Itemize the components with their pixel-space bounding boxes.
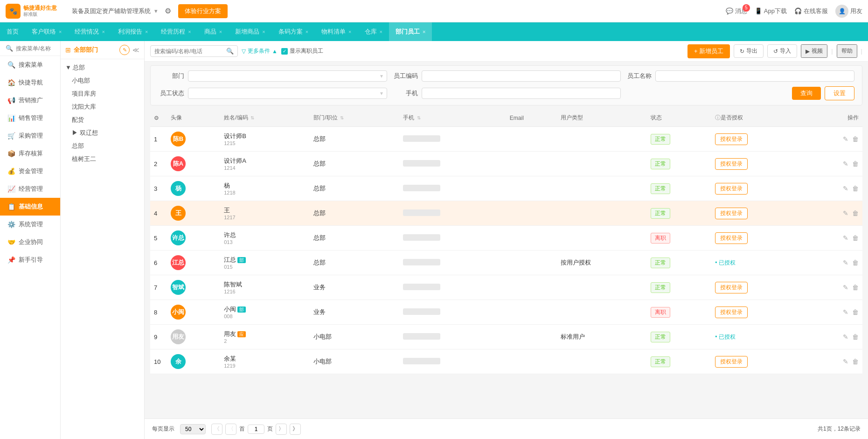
dept-node-shuangliao[interactable]: ▶ 双辽想 [61, 126, 144, 139]
auth-login-btn[interactable]: 授权登录 [715, 232, 748, 244]
nav-tab-条码方案[interactable]: 条码方案× [272, 22, 315, 41]
search-btn-icon[interactable]: 🔍 [226, 48, 234, 55]
tab-close-icon[interactable]: × [348, 29, 351, 35]
delete-icon[interactable]: 🗑 [852, 259, 859, 266]
delete-icon[interactable]: 🗑 [852, 234, 859, 242]
tab-close-icon[interactable]: × [59, 29, 62, 35]
more-filters-btn[interactable]: ▽ 更多条件 ▲ [242, 47, 278, 55]
online-service-item[interactable]: 🎧 在线客服 [794, 7, 828, 15]
first-page-btn[interactable]: 《 [211, 424, 222, 435]
delete-icon[interactable]: 🗑 [852, 308, 859, 316]
search-employee-input[interactable] [154, 48, 224, 55]
col-settings-icon[interactable]: ⚙ [154, 115, 159, 121]
sidebar-item-purchase[interactable]: 🛒 采购管理 [0, 127, 60, 145]
nav-tab-部门员工[interactable]: 部门员工× [389, 22, 432, 41]
edit-icon[interactable]: ✎ [843, 284, 848, 291]
sidebar-item-guide[interactable]: 📌 新手引导 [0, 251, 60, 269]
auth-login-btn[interactable]: 授权登录 [715, 183, 748, 195]
delete-icon[interactable]: 🗑 [852, 284, 859, 291]
delete-icon[interactable]: 🗑 [852, 209, 859, 217]
auth-login-btn[interactable]: 授权登录 [715, 158, 748, 170]
edit-icon[interactable]: ✎ [843, 308, 848, 316]
edit-icon[interactable]: ✎ [843, 234, 848, 242]
auth-login-btn[interactable]: 授权登录 [715, 133, 748, 145]
edit-icon[interactable]: ✎ [843, 135, 848, 143]
page-size-select[interactable]: 50 100 200 [180, 424, 206, 434]
nav-tab-利润报告[interactable]: 利润报告× [111, 22, 154, 41]
tab-close-icon[interactable]: × [102, 29, 104, 35]
user-item[interactable]: 👤 用友 [835, 5, 862, 18]
tab-close-icon[interactable]: × [380, 29, 382, 35]
next-page-btn[interactable]: 〉 [276, 424, 287, 435]
dept-filter-select[interactable]: ▾ [188, 70, 387, 82]
delete-icon[interactable]: 🗑 [852, 135, 859, 143]
dept-node-distribution[interactable]: 配货 [61, 113, 144, 126]
add-employee-btn[interactable]: + 新增员工 [687, 44, 730, 58]
edit-icon[interactable]: ✎ [843, 333, 848, 341]
nav-tab-经营情况[interactable]: 经营情况× [68, 22, 111, 41]
system-dropdown-arrow[interactable]: ▾ [154, 7, 158, 14]
sidebar-item-marketing[interactable]: 📢 营销推广 [0, 91, 60, 109]
prev-page-btn[interactable]: 〈 [225, 424, 236, 435]
col-settings[interactable]: ⚙ [150, 109, 167, 127]
edit-icon[interactable]: ✎ [843, 259, 848, 266]
phone-filter-input[interactable] [422, 88, 621, 99]
dept-node-xiaodian[interactable]: 小电部 [61, 74, 144, 87]
nav-tab-新增商品[interactable]: 新增商品× [229, 22, 271, 41]
query-btn[interactable]: 查询 [792, 87, 821, 100]
edit-icon[interactable]: ✎ [843, 160, 848, 167]
nav-tab-物料清单[interactable]: 物料清单× [315, 22, 358, 41]
sidebar-item-finance[interactable]: 💰 资金管理 [0, 162, 60, 180]
sidebar-item-basic-info[interactable]: 📋 基础信息 [0, 198, 60, 216]
dept-node-general[interactable]: ▼ 总部 [61, 61, 144, 74]
view-btn[interactable]: ▶ 视频 [801, 44, 827, 58]
nav-tab-首页[interactable]: 首页 [0, 22, 25, 41]
nav-tab-客户联络[interactable]: 客户联络× [25, 22, 68, 41]
edit-icon[interactable]: ✎ [843, 358, 848, 365]
import-btn[interactable]: ↺ 导入 [767, 44, 797, 58]
trial-button[interactable]: 体验行业方案 [178, 4, 228, 18]
delete-icon[interactable]: 🗑 [852, 160, 859, 167]
sidebar-item-sales[interactable]: 📊 销售管理 [0, 109, 60, 127]
last-page-btn[interactable]: 》 [290, 424, 301, 435]
sidebar-item-quick-nav[interactable]: 🏠 快捷导航 [0, 74, 60, 91]
nav-tab-经营历程[interactable]: 经营历程× [154, 22, 197, 41]
dept-sort-icon[interactable]: ⇅ [340, 115, 344, 120]
dept-node-general2[interactable]: 总部 [61, 139, 144, 153]
tab-close-icon[interactable]: × [262, 29, 265, 35]
help-btn[interactable]: 帮助 [837, 44, 857, 58]
edit-icon[interactable]: ✎ [843, 185, 848, 192]
status-filter-select[interactable]: ▾ [188, 88, 387, 99]
auth-login-btn[interactable]: 授权登录 [715, 282, 748, 293]
tab-close-icon[interactable]: × [306, 29, 308, 35]
phone-sort-icon[interactable]: ⇅ [417, 115, 421, 120]
sidebar-search-input[interactable] [16, 45, 53, 52]
tab-close-icon[interactable]: × [145, 29, 148, 35]
code-filter-input[interactable] [422, 70, 621, 82]
sidebar-item-cooperation[interactable]: 🤝 企业协同 [0, 233, 60, 251]
auth-login-btn[interactable]: 授权登录 [715, 208, 748, 219]
sidebar-item-inventory[interactable]: 📦 库存核算 [0, 145, 60, 162]
delete-icon[interactable]: 🗑 [852, 185, 859, 192]
tab-close-icon[interactable]: × [423, 29, 425, 35]
tab-close-icon[interactable]: × [188, 29, 191, 35]
page-input[interactable] [248, 425, 264, 434]
delete-icon[interactable]: 🗑 [852, 358, 859, 365]
app-download-item[interactable]: 📱 App下载 [755, 7, 787, 15]
notification-item[interactable]: 💬 消息 5 [726, 7, 747, 15]
dept-collapse-icon[interactable]: ≪ [132, 46, 139, 54]
dept-node-plantking[interactable]: 植树王二 [61, 153, 144, 166]
auth-login-btn[interactable]: 授权登录 [715, 356, 748, 368]
show-departed-toggle[interactable]: ✓ 显示离职员工 [281, 47, 323, 55]
name-filter-input[interactable] [655, 70, 854, 82]
sidebar-item-system[interactable]: ⚙️ 系统管理 [0, 216, 60, 233]
settings-icon[interactable]: ⚙ [161, 5, 174, 18]
export-btn[interactable]: ↻ 导出 [734, 44, 764, 58]
settings-btn[interactable]: 设置 [825, 86, 854, 100]
dept-add-icon[interactable]: ✎ [119, 45, 130, 55]
edit-icon[interactable]: ✎ [843, 209, 848, 217]
tab-close-icon[interactable]: × [219, 29, 222, 35]
auth-login-btn[interactable]: 授权登录 [715, 307, 748, 318]
dept-node-shenyang[interactable]: 沈阳大库 [61, 100, 144, 113]
name-sort-icon[interactable]: ⇅ [250, 115, 254, 120]
